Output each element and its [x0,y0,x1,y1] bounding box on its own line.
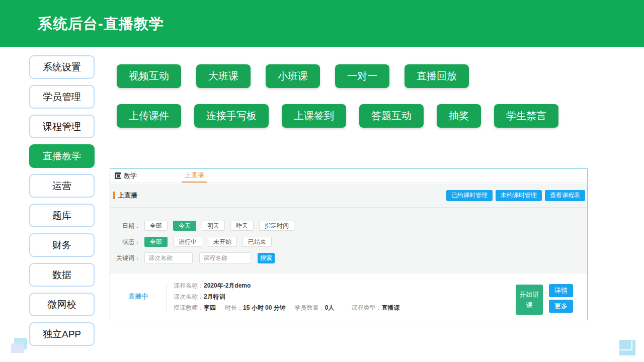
date-chip-all[interactable]: 全部 [144,221,168,231]
status-chip-all[interactable]: 全部 [144,237,168,247]
decoration-square-left-lavender [11,343,24,353]
course-name-label: 课程名称： [174,282,204,290]
section-header: 上直播 已约课时管理 未约课时管理 查看课程表 [110,184,587,208]
keyword-filter-label: 关键词： [115,254,140,262]
sidebar: 系统设置 学员管理 课程管理 直播教学 运营 题库 财务 数据 微网校 独立AP… [29,55,95,346]
feature-large-class[interactable]: 大班课 [196,64,251,88]
course-name-value: 2020年-2月demo [204,282,251,290]
course-type-value: 直播课 [381,304,399,312]
teacher-pair: 授课教师： 李四 [174,304,216,312]
feature-buttons: 视频互动 大班课 小班课 一对一 直播回放 上传课件 连接手写板 上课签到 答题… [117,64,558,144]
more-button[interactable]: 更多 [549,300,573,313]
status-filter-row: 状态： 全部 进行中 未开始 已结束 [115,237,587,247]
live-status-badge: 直播中 [110,292,166,301]
students-pair: 学员数量： 0人 [295,304,335,312]
sidebar-item-standalone-app[interactable]: 独立APP [29,322,95,346]
date-chip-tomorrow[interactable]: 明天 [202,221,225,231]
feature-row-2: 上传课件 连接手写板 上课签到 答题互动 抽奖 学生禁言 [117,104,558,128]
feature-one-on-one[interactable]: 一对一 [335,64,389,88]
section-accent-bar [113,192,115,199]
lesson-name-label: 课次名称： [174,293,204,301]
students-value: 0人 [325,304,335,312]
start-class-button[interactable]: 开始讲课 [516,285,543,315]
teacher-value: 李四 [204,304,216,312]
duration-label: 时长： [225,304,243,312]
duration-value: 15 小时 00 分钟 [243,304,286,312]
section-title: 上直播 [118,191,137,200]
date-chip-custom-time[interactable]: 指定时间 [259,221,294,231]
course-type-pair: 课程类型： 直播课 [351,304,399,312]
date-filter-row: 日期： 全部 今天 明天 昨天 指定时间 [115,221,587,231]
status-chip-ended[interactable]: 已结束 [243,237,272,247]
sidebar-item-live-teaching[interactable]: 直播教学 [29,144,95,168]
tab-live-streaming[interactable]: 上直播 [181,169,208,183]
course-type-label: 课程类型： [351,304,381,312]
feature-class-signin[interactable]: 上课签到 [282,104,346,128]
status-chip-ongoing[interactable]: 进行中 [173,237,202,247]
course-name-line: 课程名称： 2020年-2月demo [174,281,409,290]
course-name-input[interactable] [199,252,251,263]
sidebar-item-student-management[interactable]: 学员管理 [29,85,95,109]
status-chip-not-started[interactable]: 未开始 [208,237,237,247]
meta-line: 授课教师： 李四 时长： 15 小时 00 分钟 学员数量： 0人 课程类型： … [174,303,409,312]
feature-upload-courseware[interactable]: 上传课件 [117,104,181,128]
app-header: 系统后台-直播教学 [0,0,644,47]
page-title: 系统后台-直播教学 [38,14,164,34]
panel-content: 上直播 已约课时管理 未约课时管理 查看课程表 日期： 全部 今天 明天 昨天 … [110,184,587,320]
sidebar-item-finance[interactable]: 财务 [29,233,95,257]
lesson-name-input[interactable] [144,252,193,263]
students-label: 学员数量： [295,304,325,312]
sidebar-item-question-bank[interactable]: 题库 [29,204,95,227]
section-actions: 已约课时管理 未约课时管理 查看课程表 [446,190,585,201]
panel-tabbar: 教学 上直播 [110,169,587,183]
app-label: 教学 [124,171,137,180]
feature-lottery[interactable]: 抽奖 [437,104,481,128]
keyword-filter-row: 关键词： 搜索 [115,253,587,263]
course-record-row: 直播中 课程名称： 2020年-2月demo 课次名称： 2月特训 授课教师： … [110,274,587,320]
feature-quiz-interaction[interactable]: 答题互动 [359,104,424,128]
feature-connect-tablet[interactable]: 连接手写板 [194,104,269,128]
feature-video-interaction[interactable]: 视频互动 [117,64,181,88]
feature-live-replay[interactable]: 直播回放 [405,64,469,88]
status-filter-label: 状态： [115,238,140,246]
feature-row-1: 视频互动 大班课 小班课 一对一 直播回放 [117,64,558,88]
sidebar-item-system-settings[interactable]: 系统设置 [29,55,95,79]
feature-student-mute[interactable]: 学生禁言 [494,104,558,128]
filter-area: 日期： 全部 今天 明天 昨天 指定时间 状态： 全部 进行中 未开始 已结束 … [110,208,587,263]
sidebar-item-course-management[interactable]: 课程管理 [29,115,95,138]
date-filter-label: 日期： [115,222,140,230]
detail-button[interactable]: 详情 [549,284,573,297]
search-button[interactable]: 搜索 [258,253,275,263]
sidebar-item-micro-school[interactable]: 微网校 [29,293,95,316]
date-chip-today[interactable]: 今天 [173,221,196,231]
sidebar-item-operations[interactable]: 运营 [29,174,95,198]
teacher-label: 授课教师： [174,304,204,312]
feature-small-class[interactable]: 小班课 [266,64,320,88]
date-chip-yesterday[interactable]: 昨天 [230,221,254,231]
view-schedule-button[interactable]: 查看课程表 [545,190,585,201]
lesson-name-line: 课次名称： 2月特训 [174,292,409,301]
unbooked-hours-button[interactable]: 未约课时管理 [496,190,542,201]
lesson-name-value: 2月特训 [204,293,225,301]
duration-pair: 时长： 15 小时 00 分钟 [225,304,286,312]
teaching-app-icon [115,172,121,179]
record-details: 课程名称： 2020年-2月demo 课次名称： 2月特训 授课教师： 李四 时… [167,279,409,314]
admin-panel: 教学 上直播 上直播 已约课时管理 未约课时管理 查看课程表 日期： 全部 今天… [110,168,588,320]
decoration-square-right-outline [614,337,632,350]
sidebar-item-data[interactable]: 数据 [29,263,95,287]
booked-hours-button[interactable]: 已约课时管理 [446,190,493,201]
